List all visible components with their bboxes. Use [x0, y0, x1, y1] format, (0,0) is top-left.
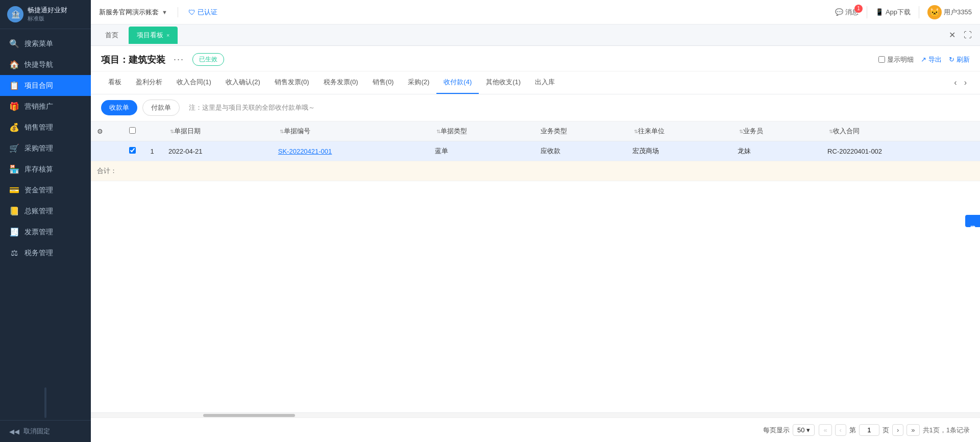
nav-icon-invoice: 🧾: [9, 227, 19, 237]
tab-project-board[interactable]: 项目看板×: [129, 27, 178, 44]
th-checkbox: [123, 121, 142, 141]
close-tab-btn[interactable]: ✕: [947, 29, 958, 41]
project-name: 建筑安装: [129, 55, 165, 65]
app-download-action[interactable]: 📱 App下载: [875, 8, 911, 17]
row-code-link[interactable]: SK-20220421-001: [278, 148, 332, 155]
horizontal-scrollbar[interactable]: [91, 412, 980, 418]
page-prev-btn[interactable]: ‹: [835, 424, 846, 436]
th-income_contract[interactable]: ⇅收入合同: [821, 121, 980, 141]
message-icon: 💬: [835, 8, 843, 16]
user-profile[interactable]: 🐱 用户3355: [927, 5, 972, 19]
sidebar-item-capital[interactable]: 💳资金管理: [0, 180, 91, 201]
page-size-selector: 每页显示 50 ▾: [763, 424, 815, 436]
sidebar-item-sales-mgmt[interactable]: 💰销售管理: [0, 117, 91, 138]
col-sort-icon-partner: ⇅: [634, 129, 638, 134]
sub-tab-tax-invoice[interactable]: 税务发票(0): [316, 71, 365, 94]
page-size-dropdown[interactable]: 50 ▾: [793, 424, 815, 436]
tabbar-actions: ✕ ⛶: [947, 29, 974, 41]
app-logo: 🏦: [7, 6, 23, 22]
settings-icon[interactable]: ⚙: [97, 128, 103, 135]
scrollbar-thumb[interactable]: [203, 414, 295, 417]
th-type[interactable]: ⇅单据类型: [429, 121, 534, 141]
sub-tab-other-income[interactable]: 其他收支(1): [479, 71, 528, 94]
sidebar-item-search[interactable]: 🔍搜索菜单: [0, 33, 91, 54]
nav-label-project-contract: 项目合同: [24, 81, 53, 90]
page-input[interactable]: [859, 424, 879, 436]
sub-tab-collect-pay[interactable]: 收付款(4): [436, 71, 479, 94]
avatar: 🐱: [927, 5, 942, 19]
sidebar-footer[interactable]: ◀◀ 取消固定: [0, 420, 91, 442]
sub-tab-stock-in-out[interactable]: 出入库: [528, 71, 562, 94]
total-value: [123, 161, 980, 181]
pay-filter-btn[interactable]: 付款单: [142, 100, 180, 116]
row-settings: [91, 141, 123, 161]
sidebar-item-inventory[interactable]: 🏪库存核算: [0, 159, 91, 180]
more-button[interactable]: ···: [172, 54, 186, 65]
sidebar-item-purchase-mgmt[interactable]: 🛒采购管理: [0, 138, 91, 159]
page-next-btn[interactable]: ›: [892, 424, 903, 436]
export-button[interactable]: ↗ 导出: [921, 55, 942, 64]
sidebar-item-marketing[interactable]: 🎁营销推广: [0, 96, 91, 117]
nav-icon-ledger: 📒: [9, 206, 19, 216]
sub-tab-profit[interactable]: 盈利分析: [129, 71, 169, 94]
sidebar-item-quick-nav[interactable]: 🏠快捷导航: [0, 54, 91, 75]
sub-tab-sales-invoice[interactable]: 销售发票(0): [267, 71, 316, 94]
app-name: 畅捷通好业财: [28, 6, 67, 15]
nav-icon-inventory: 🏪: [9, 164, 19, 174]
sidebar-item-tax[interactable]: ⚖税务管理: [0, 242, 91, 263]
sidebar: 🏦 畅捷通好业财 标准版 🔍搜索菜单🏠快捷导航📋项目合同🎁营销推广💰销售管理🛒采…: [0, 0, 91, 442]
nav-label-search: 搜索菜单: [24, 39, 53, 48]
pagination: 每页显示 50 ▾ « ‹ 第 页 › » 共1页，1条记录: [91, 418, 980, 442]
sub-tab-sales[interactable]: 销售(0): [365, 71, 401, 94]
th-code[interactable]: ⇅单据编号: [272, 121, 429, 141]
table-row[interactable]: 1 2022-04-21 SK-20220421-001 蓝单 应收款 宏茂商场…: [91, 141, 980, 161]
collect-filter-btn[interactable]: 收款单: [101, 100, 137, 115]
sub-tab-income-confirm[interactable]: 收入确认(2): [218, 71, 267, 94]
tab-close-project-board[interactable]: ×: [166, 32, 169, 38]
row-income-contract: RC-20220401-002: [821, 141, 980, 161]
filter-note: 注：这里是与项目关联的全部收付款单哦～: [189, 103, 315, 112]
sub-tabs-prev[interactable]: ‹: [951, 76, 960, 89]
show-detail-checkbox[interactable]: [878, 56, 885, 63]
th-salesperson[interactable]: ⇅业务员: [731, 121, 821, 141]
th-settings: ⚙: [91, 121, 123, 141]
row-select-checkbox[interactable]: [129, 147, 136, 154]
nav-icon-project-contract: 📋: [9, 81, 19, 90]
select-all-checkbox[interactable]: [129, 127, 136, 134]
nav-label-inventory: 库存核算: [24, 165, 53, 174]
page-last-btn[interactable]: »: [906, 424, 919, 436]
refresh-button[interactable]: ↻ 刷新: [949, 55, 970, 64]
status-badge: 已生效: [192, 53, 224, 66]
sub-tab-kanban[interactable]: 看板: [101, 71, 129, 94]
page-label: 第: [849, 426, 856, 435]
refresh-label: 刷新: [957, 55, 970, 64]
sidebar-nav: 🔍搜索菜单🏠快捷导航📋项目合同🎁营销推广💰销售管理🛒采购管理🏪库存核算💳资金管理…: [0, 29, 91, 385]
sub-tab-income-contract[interactable]: 收入合同(1): [169, 71, 218, 94]
sub-tabs-next[interactable]: ›: [961, 76, 970, 89]
nav-label-sales-mgmt: 销售管理: [24, 123, 53, 132]
tab-home[interactable]: 首页: [97, 27, 127, 44]
row-biz-type: 应收款: [534, 141, 626, 161]
table-area: ⚙⇅单据日期⇅单据编号⇅单据类型业务类型⇅往来单位⇅业务员⇅收入合同 1 202…: [91, 121, 980, 412]
sub-tabs: 看板盈利分析收入合同(1)收入确认(2)销售发票(0)税务发票(0)销售(0)采…: [91, 71, 980, 94]
page-first-btn[interactable]: «: [819, 424, 831, 436]
nav-label-tax: 税务管理: [24, 249, 53, 258]
table-header: ⚙⇅单据日期⇅单据编号⇅单据类型业务类型⇅往来单位⇅业务员⇅收入合同: [91, 121, 980, 141]
feedback-button[interactable]: 意见反馈: [965, 215, 980, 227]
messages-action[interactable]: 💬 消息 1: [835, 8, 859, 17]
col-sort-icon-type: ⇅: [436, 129, 440, 134]
sidebar-item-invoice[interactable]: 🧾发票管理: [0, 222, 91, 242]
row-salesperson: 龙妹: [731, 141, 821, 161]
sub-tab-purchase[interactable]: 采购(2): [401, 71, 436, 94]
sidebar-item-project-contract[interactable]: 📋项目合同: [0, 75, 91, 96]
th-partner[interactable]: ⇅往来单位: [626, 121, 731, 141]
th-date[interactable]: ⇅单据日期: [162, 121, 272, 141]
user-label: 用户3355: [944, 8, 972, 17]
tab-label-project-board: 项目看板: [137, 31, 163, 40]
page-navigation: « ‹ 第 页 › » 共1页，1条记录: [819, 424, 970, 436]
workspace-selector[interactable]: 新服务官网演示账套 ▼: [99, 8, 167, 17]
sidebar-item-ledger[interactable]: 📒总账管理: [0, 201, 91, 222]
row-num: 1: [142, 141, 162, 161]
fullscreen-btn[interactable]: ⛶: [962, 29, 974, 41]
content-area: 首页项目看板× ✕ ⛶ 项目：建筑安装 ··· 已生效 显示明细 ↗ 导出 ↻: [91, 24, 980, 442]
